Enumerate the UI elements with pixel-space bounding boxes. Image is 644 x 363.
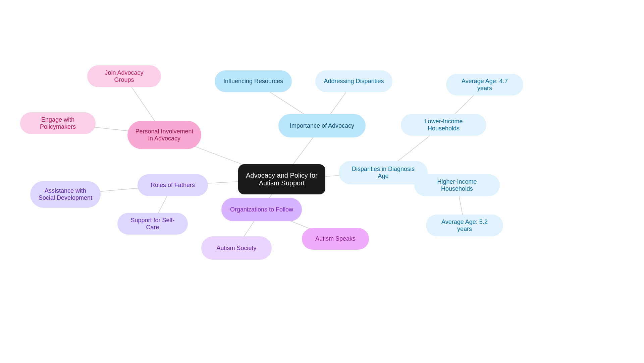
node-avg47[interactable]: Average Age: 4.7 years	[446, 74, 523, 96]
node-influencing[interactable]: Influencing Resources	[215, 70, 292, 92]
node-addressing[interactable]: Addressing Disparities	[315, 70, 392, 92]
node-avg52[interactable]: Average Age: 5.2 years	[426, 215, 503, 236]
node-autismspeaks[interactable]: Autism Speaks	[302, 228, 369, 250]
node-selfcare[interactable]: Support for Self-Care	[117, 213, 188, 235]
node-orgs[interactable]: Organizations to Follow	[221, 198, 302, 221]
node-importance[interactable]: Importance of Advocacy	[278, 114, 366, 137]
node-join[interactable]: Join Advocacy Groups	[87, 65, 161, 87]
node-personal[interactable]: Personal Involvement in Advocacy	[127, 121, 201, 149]
node-engage[interactable]: Engage with Policymakers	[20, 112, 96, 134]
mindmap-container: Advocacy and Policy for Autism SupportIm…	[0, 0, 644, 363]
node-higher[interactable]: Higher-Income Households	[414, 174, 500, 196]
node-roles[interactable]: Roles of Fathers	[138, 174, 208, 196]
node-assistance[interactable]: Assistance with Social Development	[30, 181, 101, 208]
node-lower[interactable]: Lower-Income Households	[401, 114, 486, 136]
node-center[interactable]: Advocacy and Policy for Autism Support	[238, 164, 325, 194]
node-disparities[interactable]: Disparities in Diagnosis Age	[339, 161, 428, 184]
node-autismsociety[interactable]: Autism Society	[201, 236, 272, 260]
